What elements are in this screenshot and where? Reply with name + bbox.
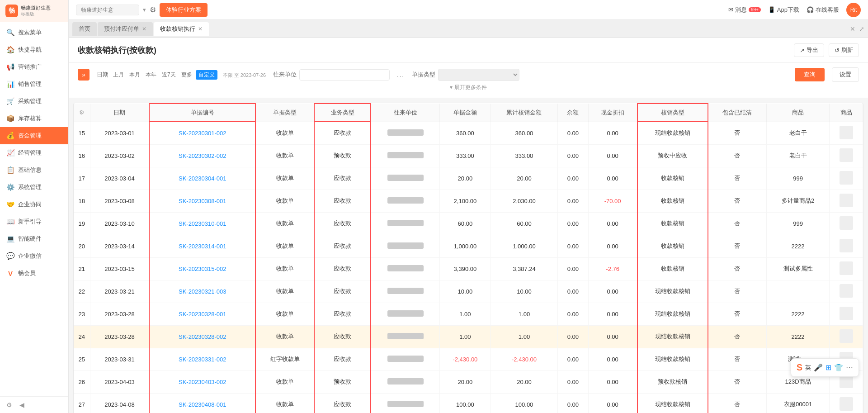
grid-icon[interactable]: ⊞ [826,363,831,372]
row-goods: 2222 [766,325,830,348]
filter-billtype-item: 单据类型 [412,69,519,81]
more-icon[interactable]: ⋯ [846,363,853,372]
sidebar-item-basic[interactable]: 📋 基础信息 [0,161,68,179]
row-cleared: 否 [708,280,766,303]
sidebar-item-operation[interactable]: 📈 经营管理 [0,144,68,161]
bill-link[interactable]: SK-20230328-002 [179,333,226,340]
sidebar-item-enterprise[interactable]: 🤝 企业协同 [0,196,68,213]
bill-link[interactable]: SK-20230403-002 [179,379,226,385]
export-button[interactable]: ↗ 导出 [794,43,824,57]
tab-close-all-icon[interactable]: ✕ [850,25,855,33]
this-month-button[interactable]: 本月 [127,70,142,80]
sidebar-item-system[interactable]: ⚙️ 系统管理 [0,179,68,196]
row-billtype: 收款单 [255,325,314,348]
bill-link[interactable]: SK-20230315-002 [179,266,226,272]
messages-button[interactable]: ✉ 消息 99+ [728,6,761,14]
bill-link[interactable]: SK-20230302-002 [179,152,226,159]
row-balance: 0.00 [558,257,588,280]
last-7days-button[interactable]: 近7天 [160,70,178,80]
tab-prepay-close-icon[interactable]: ✕ [142,26,146,32]
this-year-button[interactable]: 本年 [144,70,158,80]
shirt-icon[interactable]: 👕 [834,363,843,372]
sidebar-item-marketing[interactable]: 📢 营销推广 [0,58,68,76]
row-partner [371,303,440,325]
row-goods2 [830,393,863,413]
sidebar-item-member[interactable]: V 畅会员 [0,265,68,282]
row-writeofftype: 现结收款核销 [637,303,708,325]
bill-link[interactable]: SK-20230308-001 [179,198,226,204]
row-amount: 1,000.00 [440,235,491,257]
table-settings-icon[interactable]: ⚙ [79,109,85,116]
last-month-button[interactable]: 上月 [111,70,126,80]
sidebar-item-guide[interactable]: 📖 新手引导 [0,213,68,230]
app-download-button[interactable]: 📱 App下载 [768,6,799,14]
row-billno: SK-20230315-002 [149,257,255,280]
app-icon: 📱 [768,6,775,13]
sidebar-item-inventory[interactable]: 📦 库存核算 [0,110,68,127]
row-goods2 [830,144,863,167]
industry-solution-button[interactable]: 体验行业方案 [160,3,208,17]
row-date: 2023-04-08 [90,393,149,413]
sidebar-settings-icon[interactable]: ⚙ [6,401,12,408]
page-title: 收款核销执行(按收款) [78,45,156,56]
sidebar-item-wechat[interactable]: 💬 企业微信 [0,247,68,265]
query-button[interactable]: 查询 [795,68,825,81]
row-amount: 60.00 [440,212,491,235]
export-icon: ↗ [800,47,805,54]
billtype-select[interactable] [438,69,519,81]
refresh-button[interactable]: ↺ 刷新 [829,43,859,57]
bill-link[interactable]: SK-20230408-001 [179,401,226,408]
row-writeofftype: 预收款核销 [637,370,708,393]
row-biztype: 应收款 [314,325,371,348]
online-service-button[interactable]: 🎧 在线客服 [807,6,839,14]
row-billno: SK-20230328-001 [149,303,255,325]
row-num: 20 [74,235,90,257]
tab-home[interactable]: 首页 [72,22,97,36]
sidebar-logo: 畅 畅康道好生意 标推版 [0,0,68,22]
row-writeofftype: 收款核销 [637,212,708,235]
row-date: 2023-03-01 [90,122,149,144]
bill-link[interactable]: SK-20230310-001 [179,220,226,227]
bill-link[interactable]: SK-20230328-001 [179,311,226,318]
tab-prepay[interactable]: 预付冲应付单 ✕ [98,22,153,36]
sidebar-item-finance[interactable]: 💰 资金管理 [0,127,68,144]
topbar-gear-icon[interactable]: ⚙ [150,5,156,14]
bill-link[interactable]: SK-20230314-001 [179,243,226,250]
tab-collection-close-icon[interactable]: ✕ [198,26,203,32]
bill-link[interactable]: SK-20230304-001 [179,175,226,182]
row-billno: SK-20230301-002 [149,122,255,144]
row-cumulative: 2,030.00 [491,190,558,212]
user-avatar[interactable]: Rit [846,3,861,17]
more-date-button[interactable]: 更多 [179,70,194,80]
row-billtype: 收款单 [255,212,314,235]
bill-link[interactable]: SK-20230331-002 [179,356,226,363]
tab-collection[interactable]: 收款核销执行 ✕ [154,22,209,36]
row-partner [371,190,440,212]
row-goods: 2222 [766,235,830,257]
sidebar-item-quicknav[interactable]: 🏠 快捷导航 [0,41,68,58]
mic-icon[interactable]: 🎤 [814,363,823,372]
sidebar-item-hardware[interactable]: 💻 智能硬件 [0,230,68,247]
tab-expand-icon[interactable]: ⤢ [859,25,864,33]
topbar-brand-input[interactable] [76,5,139,15]
sidebar-item-purchase[interactable]: 🛒 采购管理 [0,93,68,110]
sidebar-collapse-icon[interactable]: ◀ [19,401,24,408]
topbar-dropdown-icon[interactable]: ▾ [143,6,146,13]
row-billno: SK-20230314-001 [149,235,255,257]
bill-link[interactable]: SK-20230301-002 [179,130,226,137]
row-cleared: 否 [708,348,766,370]
data-table: ⚙ 日期 单据编号 单据类型 业务类型 往来单位 单据金额 累计核销金额 余额 … [74,103,863,413]
table-scroll[interactable]: ⚙ 日期 单据编号 单据类型 业务类型 往来单位 单据金额 累计核销金额 余额 … [74,103,863,413]
bill-link[interactable]: SK-20230321-003 [179,288,226,295]
purchase-icon: 🛒 [6,97,14,105]
expand-conditions-button[interactable]: ▾ 展开更多条件 [450,84,486,91]
custom-date-button[interactable]: 自定义 [196,70,217,80]
row-balance: 0.00 [558,122,588,144]
sidebar-item-search[interactable]: 🔍 搜索菜单 [0,24,68,41]
filter-toggle-button[interactable]: » [78,69,90,81]
row-balance: 0.00 [558,212,588,235]
sidebar-item-sales[interactable]: 📊 销售管理 [0,76,68,93]
row-writeofftype: 现结收款核销 [637,348,708,370]
partner-input[interactable] [299,69,390,81]
filter-settings-button[interactable]: 设置 [832,67,859,82]
